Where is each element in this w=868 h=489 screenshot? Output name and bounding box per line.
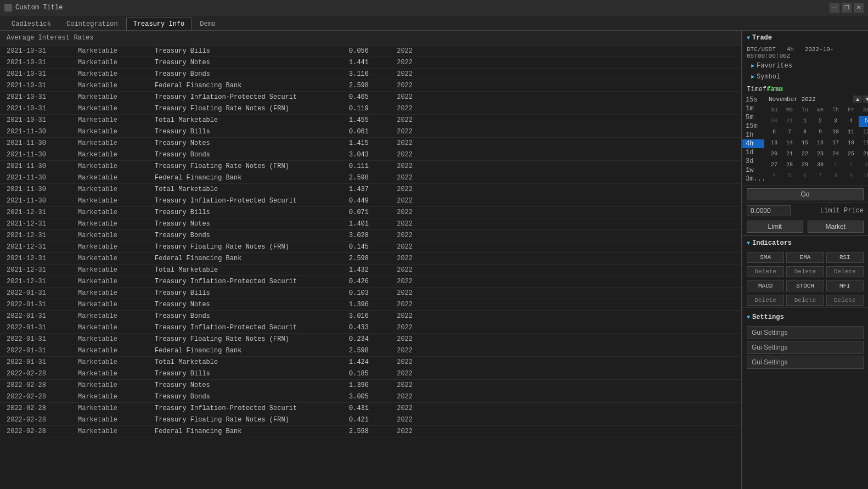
row-year: 2022 — [369, 220, 413, 228]
favorites-item[interactable]: ► Favorites — [742, 60, 868, 71]
sma-button[interactable]: SMA — [747, 252, 784, 263]
cal-day-3-next[interactable]: 3 — [859, 160, 868, 171]
tf-3d[interactable]: 3d — [742, 157, 764, 166]
macd-button[interactable]: MACD — [747, 280, 784, 291]
cal-day-7-next[interactable]: 7 — [813, 171, 828, 182]
macd-delete-button[interactable]: Delete — [747, 295, 784, 306]
cal-day-19[interactable]: 19 — [859, 138, 868, 149]
ema-delete-button[interactable]: Delete — [786, 266, 824, 277]
cal-day-21[interactable]: 21 — [782, 149, 797, 160]
indicators-section: ▼ Indicators SMA EMA RSI Delete Delete D… — [742, 236, 868, 308]
tf-4h[interactable]: 4h — [742, 139, 764, 148]
trade-collapse-arrow: ▼ — [747, 35, 750, 41]
cal-day-2[interactable]: 2 — [813, 116, 828, 127]
cal-day-8[interactable]: 8 — [797, 127, 813, 138]
cal-day-31-prev[interactable]: 31 — [782, 116, 797, 127]
close-button[interactable]: ✕ — [854, 3, 864, 13]
gui-settings-button-2[interactable]: Gui Settings — [747, 341, 864, 354]
cal-day-16[interactable]: 16 — [813, 138, 828, 149]
cal-day-9[interactable]: 9 — [813, 127, 828, 138]
cal-day-11[interactable]: 11 — [843, 127, 859, 138]
cal-day-6-next[interactable]: 6 — [797, 171, 813, 182]
row-instrument: Treasury Floating Rate Notes (FRN) — [155, 105, 325, 113]
stoch-button[interactable]: STOCH — [786, 280, 824, 291]
tab-cointegration[interactable]: Cointegration — [59, 18, 125, 30]
cal-day-20[interactable]: 20 — [766, 149, 782, 160]
cal-day-1[interactable]: 1 — [797, 116, 813, 127]
cal-day-4-next[interactable]: 4 — [766, 171, 782, 182]
left-panel: Average Interest Rates 2021-10-31 Market… — [0, 31, 742, 489]
market-button[interactable]: Market — [808, 221, 864, 233]
cal-day-23[interactable]: 23 — [813, 149, 828, 160]
row-instrument: Treasury Inflation-Protected Securit — [155, 324, 325, 331]
row-instrument: Treasury Notes — [155, 139, 325, 147]
cal-day-26[interactable]: 26 — [859, 149, 868, 160]
cal-day-10[interactable]: 10 — [828, 127, 843, 138]
tab-cadlestick[interactable]: Cadlestick — [4, 18, 58, 30]
tf-1w[interactable]: 1w — [742, 166, 764, 175]
cal-day-14[interactable]: 14 — [782, 138, 797, 149]
tf-15s[interactable]: 15s — [742, 95, 764, 104]
cal-day-5[interactable]: 5 — [859, 116, 868, 127]
cal-day-5-next[interactable]: 5 — [782, 171, 797, 182]
cal-day-1-next[interactable]: 1 — [828, 160, 843, 171]
row-instrument: Treasury Inflation-Protected Securit — [155, 278, 325, 285]
rsi-button[interactable]: RSI — [826, 252, 864, 263]
ema-button[interactable]: EMA — [786, 252, 824, 263]
go-button[interactable]: Go — [747, 188, 864, 200]
cal-day-9-next[interactable]: 9 — [843, 171, 859, 182]
mfi-delete-button[interactable]: Delete — [826, 295, 864, 306]
cal-day-6[interactable]: 6 — [766, 127, 782, 138]
cal-day-4[interactable]: 4 — [843, 116, 859, 127]
cal-day-13[interactable]: 13 — [766, 138, 782, 149]
cal-day-27[interactable]: 27 — [766, 160, 782, 171]
cal-hdr-mo: Mo — [782, 105, 797, 116]
rsi-delete-button[interactable]: Delete — [826, 266, 864, 277]
cal-day-28[interactable]: 28 — [782, 160, 797, 171]
order-buttons: Limit Market — [742, 218, 868, 235]
calendar-down-btn[interactable]: ▼ — [863, 95, 868, 103]
timeframe-label: Timeframe — [747, 86, 763, 93]
cal-day-17[interactable]: 17 — [828, 138, 843, 149]
tab-treasury-info[interactable]: Treasury Info — [126, 18, 192, 30]
tab-demo[interactable]: Demo — [193, 18, 223, 30]
cal-day-7[interactable]: 7 — [782, 127, 797, 138]
cal-day-30-prev[interactable]: 30 — [766, 116, 782, 127]
cal-day-2-next[interactable]: 2 — [843, 160, 859, 171]
tf-1m[interactable]: 1m — [742, 104, 764, 113]
cal-day-3[interactable]: 3 — [828, 116, 843, 127]
tf-1h[interactable]: 1h — [742, 131, 764, 139]
calendar-up-btn[interactable]: ▲ — [853, 95, 862, 103]
mfi-button[interactable]: MFI — [826, 280, 864, 291]
tf-15m[interactable]: 15m — [742, 122, 764, 131]
cal-day-15[interactable]: 15 — [797, 138, 813, 149]
stoch-delete-button[interactable]: Delete — [786, 295, 824, 306]
cal-day-10-next[interactable]: 10 — [859, 171, 868, 182]
table-row: 2022-02-28 Marketable Treasury Bills 0.1… — [0, 368, 741, 380]
row-rate: 0.056 — [325, 47, 369, 55]
limit-button[interactable]: Limit — [747, 221, 803, 233]
price-input[interactable] — [747, 205, 791, 216]
cal-day-8-next[interactable]: 8 — [828, 171, 843, 182]
gui-settings-button-3[interactable]: Gui Settings — [747, 356, 864, 369]
cal-day-24[interactable]: 24 — [828, 149, 843, 160]
minimize-button[interactable]: — — [830, 3, 839, 13]
cal-day-18[interactable]: 18 — [843, 138, 859, 149]
row-year: 2022 — [369, 416, 413, 424]
sma-delete-button[interactable]: Delete — [747, 266, 784, 277]
cal-day-29[interactable]: 29 — [797, 160, 813, 171]
symbol-item[interactable]: ► Symbol — [742, 71, 868, 82]
cal-day-30[interactable]: 30 — [813, 160, 828, 171]
tf-1d[interactable]: 1d — [742, 148, 764, 157]
row-type: Marketable — [78, 47, 155, 55]
cal-day-25[interactable]: 25 — [843, 149, 859, 160]
cal-day-12[interactable]: 12 — [859, 127, 868, 138]
tf-5m[interactable]: 5m — [742, 113, 764, 122]
cal-day-22[interactable]: 22 — [797, 149, 813, 160]
symbol-arrow: ► — [751, 74, 754, 80]
row-type: Marketable — [78, 243, 155, 251]
row-type: Marketable — [78, 105, 155, 113]
restore-button[interactable]: ❐ — [842, 3, 852, 13]
tf-3m[interactable]: 3m... — [742, 175, 764, 183]
gui-settings-button-1[interactable]: Gui Settings — [747, 326, 864, 339]
